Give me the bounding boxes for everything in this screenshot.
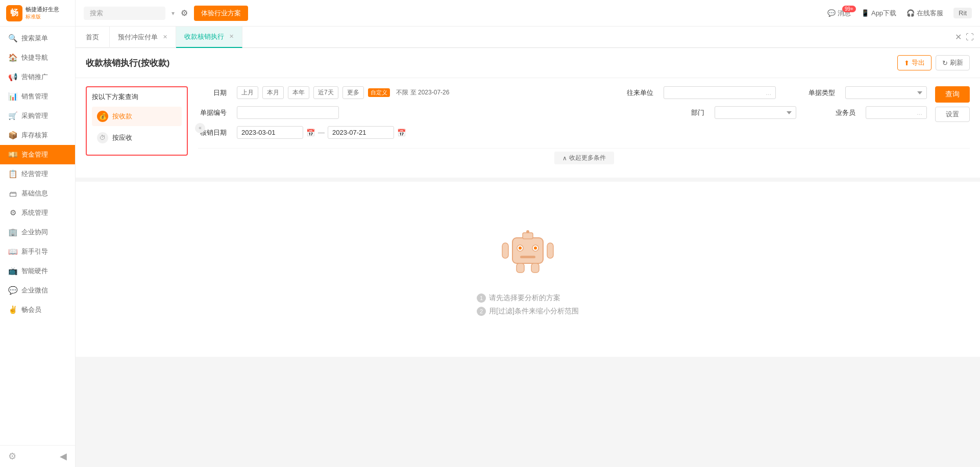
sidebar-item-purchase[interactable]: 🛒 采购管理: [0, 106, 75, 126]
svg-rect-5: [520, 256, 535, 258]
setting-button[interactable]: 设置: [935, 107, 970, 122]
filter-row-date: 日期 上月 本月 本年 近7天 更多 自定义 不限 至: [198, 86, 927, 99]
date-btn-more[interactable]: 更多: [342, 86, 364, 99]
sidebar-item-system[interactable]: ⚙ 系统管理: [0, 203, 75, 223]
staff-label: 业务员: [827, 108, 855, 117]
tab-prepay[interactable]: 预付冲应付单 ✕: [110, 27, 176, 48]
date-to: 至 2023-07-26: [410, 88, 450, 97]
sidebar: 畅 畅捷通好生意 标准版 🔍 搜索菜单 🏠 快捷导航 📢 营销推广 📊 销售管理…: [0, 0, 76, 467]
topbar: 搜索 ▾ ⚙ 体验行业方案 💬 消息 99+ 📱 App下载 🎧 在线客服 Ri…: [76, 0, 980, 27]
filter-panel-collapse-btn[interactable]: «: [195, 123, 205, 133]
tabbar: 首页 预付冲应付单 ✕ 收款核销执行 ✕ ✕ ⛶: [76, 27, 980, 48]
fund-icon: 💴: [8, 150, 17, 159]
svg-point-3: [519, 247, 522, 250]
svg-rect-8: [502, 243, 508, 258]
sidebar-item-basic-info[interactable]: 🗃 基础信息: [0, 184, 75, 203]
date-btn-last-month[interactable]: 上月: [237, 86, 258, 99]
tabbar-right: ✕ ⛶: [955, 32, 980, 42]
tab-close-all-icon[interactable]: ✕: [955, 32, 962, 42]
page-content: 收款核销执行(按收款) ⬆ 导出 ↻ 刷新 按以下方案查询 💰: [76, 48, 980, 467]
tab-receipt[interactable]: 收款核销执行 ✕: [176, 27, 242, 48]
onboarding-icon: 📖: [8, 247, 17, 256]
filter-option-by-receivable[interactable]: ⏱ 按应收: [92, 128, 182, 148]
svg-point-7: [526, 230, 529, 233]
verify-date-end-icon[interactable]: 📅: [397, 129, 406, 137]
sidebar-item-quick-nav[interactable]: 🏠 快捷导航: [0, 48, 75, 67]
export-button[interactable]: ⬆ 导出: [897, 55, 932, 70]
verify-date-start-icon[interactable]: 📅: [306, 129, 315, 137]
svg-point-4: [534, 247, 537, 250]
collapse-more-button[interactable]: ∧ 收起更多条件: [554, 152, 614, 164]
sidebar-collapse-icon[interactable]: ◀: [60, 451, 67, 462]
sidebar-item-marketing[interactable]: 📢 营销推广: [0, 67, 75, 87]
sidebar-nav: 🔍 搜索菜单 🏠 快捷导航 📢 营销推广 📊 销售管理 🛒 采购管理 📦 库存核…: [0, 27, 75, 445]
custom-date-tag: 自定义: [368, 88, 390, 97]
message-badge: 99+: [842, 6, 856, 12]
staff-input[interactable]: ...: [866, 106, 927, 119]
page-header-actions: ⬆ 导出 ↻ 刷新: [897, 55, 970, 78]
export-icon: ⬆: [904, 59, 910, 67]
counterpart-input[interactable]: ...: [664, 86, 776, 99]
sidebar-item-onboarding[interactable]: 📖 新手引导: [0, 242, 75, 261]
topbar-right: 💬 消息 99+ 📱 App下载 🎧 在线客服 Rit: [827, 8, 972, 18]
sidebar-item-vip[interactable]: ✌ 畅会员: [0, 300, 75, 319]
topbar-gear-icon[interactable]: ⚙: [181, 8, 188, 18]
sidebar-item-search-menu[interactable]: 🔍 搜索菜单: [0, 29, 75, 48]
verify-date-end[interactable]: [328, 126, 394, 139]
wechat-icon: 💬: [8, 286, 17, 295]
svg-rect-10: [517, 263, 524, 273]
tip-1-num: 1: [477, 293, 486, 303]
empty-robot-icon: [497, 223, 558, 283]
tab-prepay-close[interactable]: ✕: [163, 34, 167, 40]
svg-rect-0: [512, 238, 543, 263]
filter-row-docno: 单据编号 部门 业务员 ...: [198, 106, 927, 119]
dept-select[interactable]: [715, 106, 796, 119]
empty-tip-2: 2 用[过滤]条件来缩小分析范围: [477, 307, 579, 316]
sidebar-item-wechat[interactable]: 💬 企业微信: [0, 281, 75, 300]
purchase-icon: 🛒: [8, 111, 17, 120]
topbar-service[interactable]: 🎧 在线客服: [906, 9, 943, 18]
receivable-option-icon: ⏱: [97, 132, 108, 143]
sidebar-item-smart-hw[interactable]: 📺 智能硬件: [0, 261, 75, 281]
dept-label: 部门: [676, 108, 704, 117]
tab-receipt-close[interactable]: ✕: [229, 33, 234, 40]
date-btn-this-year[interactable]: 本年: [288, 86, 309, 99]
topbar-chevron-icon[interactable]: ▾: [172, 10, 175, 17]
collapse-more-row: ∧ 收起更多条件: [198, 148, 970, 169]
sidebar-item-business[interactable]: 📋 经营管理: [0, 164, 75, 184]
sidebar-item-enterprise[interactable]: 🏢 企业协同: [0, 223, 75, 242]
tab-home[interactable]: 首页: [76, 27, 110, 48]
tab-maximize-icon[interactable]: ⛶: [966, 33, 974, 42]
sidebar-settings-icon[interactable]: ⚙: [8, 451, 16, 462]
sidebar-item-sales[interactable]: 📊 销售管理: [0, 87, 75, 106]
filter-right-form: 日期 上月 本月 本年 近7天 更多 自定义 不限 至: [198, 86, 970, 169]
solution-button[interactable]: 体验行业方案: [194, 6, 248, 21]
topbar-app-download[interactable]: 📱 App下载: [861, 9, 896, 18]
topbar-search[interactable]: 搜索: [84, 7, 165, 20]
refresh-button[interactable]: ↻ 刷新: [936, 55, 970, 70]
page-header: 收款核销执行(按收款) ⬆ 导出 ↻ 刷新: [76, 48, 980, 78]
date-btn-7days[interactable]: 近7天: [313, 86, 338, 99]
system-icon: ⚙: [8, 208, 17, 217]
quick-nav-icon: 🏠: [8, 53, 17, 62]
query-button[interactable]: 查询: [935, 86, 970, 103]
service-icon: 🎧: [906, 9, 915, 17]
filter-area: 按以下方案查询 💰 按收款 ⏱ 按应收 «: [76, 78, 980, 178]
doc-no-input[interactable]: [237, 106, 339, 119]
inventory-icon: 📦: [8, 131, 17, 140]
topbar-user[interactable]: Rit: [953, 8, 972, 18]
receipt-option-icon: 💰: [97, 111, 108, 122]
doc-type-select[interactable]: [845, 86, 927, 99]
enterprise-icon: 🏢: [8, 228, 17, 237]
topbar-message[interactable]: 💬 消息 99+: [827, 9, 851, 18]
sidebar-item-fund[interactable]: 💴 资金管理: [0, 145, 75, 164]
verify-date-group: 📅 — 📅: [237, 126, 406, 139]
sidebar-logo: 畅 畅捷通好生意 标准版: [0, 0, 75, 27]
sidebar-item-inventory[interactable]: 📦 库存核算: [0, 126, 75, 145]
main-area: 搜索 ▾ ⚙ 体验行业方案 💬 消息 99+ 📱 App下载 🎧 在线客服 Ri…: [76, 0, 980, 467]
verify-date-start[interactable]: [237, 126, 303, 139]
svg-rect-9: [547, 243, 553, 258]
date-btn-this-month[interactable]: 本月: [262, 86, 284, 99]
filter-option-by-receipt[interactable]: 💰 按收款: [92, 107, 182, 126]
empty-tips: 1 请先选择要分析的方案 2 用[过滤]条件来缩小分析范围: [477, 293, 579, 316]
